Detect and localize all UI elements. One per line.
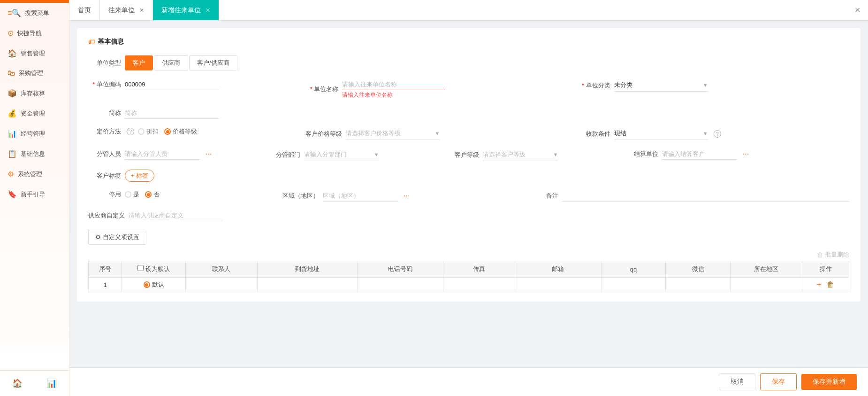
row-email (515, 278, 601, 292)
customer-tags-label: 客户标签 (88, 171, 121, 180)
sidebar-item-finance[interactable]: 💰 资金管理 (0, 103, 69, 124)
supervisor-group: 分管人员 ··· (88, 148, 267, 160)
btn-customer[interactable]: 客户 (125, 55, 153, 70)
pricing-level-label: 价格等级 (173, 127, 197, 136)
supervisor-input[interactable] (125, 148, 200, 160)
settlement-unit-dots-btn[interactable]: ··· (741, 150, 751, 158)
row-fax-input[interactable] (460, 281, 498, 288)
sidebar-item-quick-nav[interactable]: ⊙ 快捷导航 (0, 23, 69, 43)
customer-level-label: 客户等级 (446, 151, 479, 159)
main-area: 首页 往来单位 ✕ 新增往来单位 ✕ ✕ 🏷 基本信息 单位类型 客户 (69, 0, 868, 396)
sidebar-home-btn[interactable]: 🏠 (0, 374, 35, 392)
btn-supplier[interactable]: 供应商 (154, 55, 188, 70)
tab-bar-close-btn[interactable]: ✕ (847, 6, 868, 15)
row-qq-input[interactable] (617, 281, 650, 288)
row-default-label: 默认 (152, 280, 164, 289)
sidebar-stats-btn[interactable]: 📊 (35, 374, 69, 392)
supervisor-label: 分管人员 (88, 150, 121, 158)
sidebar-item-inventory[interactable]: 📦 库存核算 (0, 83, 69, 103)
col-contact: 联系人 (185, 261, 257, 278)
unit-name-input[interactable] (342, 79, 445, 90)
row-default-radio[interactable]: 默认 (127, 280, 181, 289)
unit-category-select[interactable]: 未分类 ▼ (614, 79, 708, 92)
tab-new-counterparty-close[interactable]: ✕ (206, 7, 210, 14)
save-button[interactable]: 保存 (760, 373, 797, 390)
payment-terms-help-icon[interactable]: ? (714, 130, 721, 138)
row-address (257, 278, 357, 292)
row-wechat-input[interactable] (682, 281, 715, 288)
col-phone: 电话号码 (358, 261, 443, 278)
row-add-btn[interactable]: + (815, 280, 823, 289)
row-region-input[interactable] (747, 281, 785, 288)
department-value: 请输入分管部门 (304, 150, 372, 159)
btn-both[interactable]: 客户/供应商 (189, 55, 237, 70)
disabled-no-radio[interactable]: 否 (145, 190, 160, 199)
batch-delete-icon: 🗑 (817, 251, 823, 258)
inventory-icon: 📦 (8, 89, 17, 98)
tab-bar: 首页 往来单位 ✕ 新增往来单位 ✕ ✕ (69, 0, 868, 21)
basic-icon: 📋 (8, 149, 17, 158)
unit-code-row: 单位编码 单位名称 请输入往来单位名称 单位分类 未分类 ▼ (88, 79, 849, 99)
select-all-checkbox[interactable] (137, 265, 144, 271)
sidebar-item-system[interactable]: ⚙ 系统管理 (0, 164, 69, 184)
tab-new-counterparty[interactable]: 新增往来单位 ✕ (153, 0, 219, 20)
short-name-label: 简称 (88, 109, 121, 117)
region-group: 区域（地区） ··· (282, 190, 525, 202)
tab-counterparties-close[interactable]: ✕ (139, 7, 144, 14)
pricing-method-label: 定价方法 (88, 127, 121, 136)
sidebar-item-label: 新手引导 (21, 190, 45, 199)
row-email-input[interactable] (534, 281, 581, 288)
region-input[interactable] (323, 190, 398, 202)
cancel-button[interactable]: 取消 (719, 373, 755, 390)
disabled-no-label: 否 (153, 190, 160, 199)
batch-delete-area[interactable]: 🗑 批量删除 (88, 250, 849, 259)
finance-icon: 💰 (8, 109, 17, 118)
col-wechat: 微信 (666, 261, 731, 278)
supervisor-dots-btn[interactable]: ··· (204, 150, 213, 158)
customer-tags-group: 客户标签 + 标签 (88, 170, 849, 182)
sidebar-item-purchase[interactable]: 🛍 采购管理 (0, 63, 69, 83)
row-delete-btn[interactable]: 🗑 (825, 280, 836, 289)
department-select[interactable]: 请输入分管部门 ▼ (304, 148, 379, 161)
supplier-custom-group: 供应商自定义 (88, 210, 849, 221)
section-title-text: 基本信息 (98, 38, 124, 46)
tab-counterparties[interactable]: 往来单位 ✕ (100, 0, 153, 20)
batch-delete-label: 批量删除 (825, 250, 849, 259)
add-tag-button[interactable]: + 标签 (125, 170, 154, 182)
operations-icon: 📊 (8, 129, 17, 138)
row-contact-input[interactable] (203, 281, 240, 288)
unit-type-label: 单位类型 (88, 59, 121, 67)
sidebar-item-label: 采购管理 (19, 69, 43, 78)
sidebar-item-sales[interactable]: 🏠 销售管理 (0, 43, 69, 63)
sidebar-item-search[interactable]: ≡🔍 搜索菜单 (0, 3, 69, 23)
settlement-unit-input[interactable] (662, 148, 737, 160)
sidebar-item-label: 库存核算 (21, 89, 45, 98)
region-dots-btn[interactable]: ··· (402, 192, 411, 200)
payment-terms-arrow: ▼ (703, 131, 708, 136)
payment-terms-select[interactable]: 现结 ▼ (614, 127, 708, 140)
sidebar-item-label: 系统管理 (18, 170, 42, 179)
disabled-yes-radio[interactable]: 是 (125, 190, 139, 199)
tab-home[interactable]: 首页 (69, 0, 100, 20)
customer-level-select[interactable]: 请选择客户等级 ▼ (483, 148, 558, 161)
content-area: 🏷 基本信息 单位类型 客户 供应商 客户/供应商 单位编码 (69, 21, 868, 367)
sidebar-item-guide[interactable]: 🔖 新手引导 (0, 184, 69, 204)
save-new-button[interactable]: 保存并新增 (801, 374, 857, 390)
custom-settings-button[interactable]: ⚙ 自定义项设置 (88, 230, 146, 245)
pricing-level-radio[interactable]: 价格等级 (164, 127, 197, 136)
row-address-input[interactable] (279, 281, 335, 288)
remark-input[interactable] (562, 190, 849, 202)
row-phone-input[interactable] (377, 281, 424, 288)
sidebar-item-operations[interactable]: 📊 经营管理 (0, 124, 69, 144)
section-title-icon: 🏷 (88, 38, 95, 46)
unit-code-input[interactable] (125, 79, 219, 90)
customer-price-level-select[interactable]: 请选择客户价格等级 ▼ (346, 127, 440, 140)
disabled-row: 停用 是 否 区域（地区） ··· (88, 190, 849, 202)
pricing-method-help-icon[interactable]: ? (127, 128, 134, 135)
tab-counterparties-label: 往来单位 (108, 6, 135, 15)
short-name-input[interactable] (125, 108, 219, 119)
disabled-group: 停用 是 否 (88, 190, 282, 199)
supplier-custom-input[interactable] (129, 210, 222, 221)
sidebar-item-basic[interactable]: 📋 基础信息 (0, 144, 69, 164)
pricing-discount-radio[interactable]: 折扣 (138, 127, 159, 136)
